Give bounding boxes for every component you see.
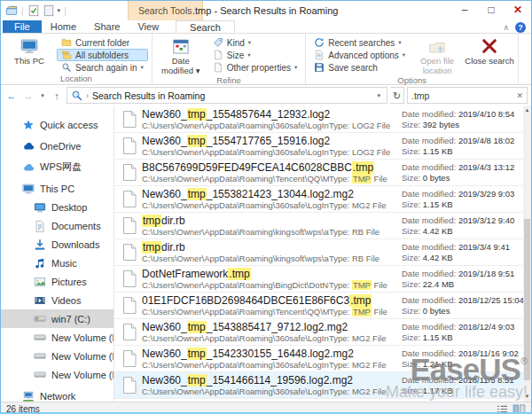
- sidebar-item-this-pc[interactable]: This PC: [1, 179, 113, 198]
- recent-searches-button[interactable]: Recent searches▾: [309, 36, 410, 49]
- qat-customize-icon[interactable]: ▾: [58, 7, 61, 14]
- sidebar-item-drive-e[interactable]: New Volume (E:): [1, 347, 113, 365]
- file-type: Type: TMP File: [329, 174, 387, 184]
- file-path: C:\Users\Owner\AppData\Roaming\BingDict\…: [142, 280, 329, 291]
- file-name: tmpdir.rb: [142, 241, 399, 254]
- file-row[interactable]: tmpdir.rbC:\Users\Owner\AppData\Roaming\…: [114, 213, 523, 239]
- other-properties-button[interactable]: Other properties▾: [208, 61, 302, 74]
- current-folder-button[interactable]: Current folder: [57, 36, 148, 49]
- downloads-icon: [34, 238, 46, 251]
- date-value: 2019/3/12 9:40: [458, 215, 514, 225]
- file-row[interactable]: New360_tmp_1543885417_9712.log2.mg2C:\Us…: [114, 319, 523, 346]
- collapse-ribbon-icon[interactable]: ∧: [503, 23, 509, 32]
- ribbon: This PCCurrent folderAll subfoldersSearc…: [1, 34, 531, 85]
- tab-view[interactable]: View: [129, 20, 168, 33]
- tab-share[interactable]: Share: [85, 20, 129, 33]
- contextual-tab-search-tools[interactable]: Search Tools: [128, 1, 203, 20]
- minimize-button[interactable]: –: [451, 1, 478, 20]
- file-row[interactable]: B8C567699D59FED49FCEA14C6028CBBC.tmpC:\U…: [114, 160, 523, 186]
- sidebar-item-documents[interactable]: Documents: [1, 216, 113, 235]
- scroll-thumb[interactable]: [524, 219, 530, 380]
- ribbon-group-location: This PCCurrent folderAll subfoldersSearc…: [1, 34, 153, 84]
- file-path: C:\Users\Owner\AppData\Roaming\360safe\L…: [142, 147, 329, 158]
- sidebar-item-wps-drive[interactable]: WPS网盘: [1, 158, 113, 176]
- file-icon: [122, 323, 137, 341]
- date-modified-button[interactable]: Date modified ▾: [156, 35, 206, 75]
- breadcrumb[interactable]: › Search Results in Roaming ▾: [66, 87, 387, 104]
- scroll-down-icon[interactable]: ▼: [523, 392, 531, 402]
- file-path: C:\Users\Owner\AppData\Roaming\360safe\L…: [142, 200, 329, 211]
- sidebar-item-onedrive[interactable]: OneDrive: [1, 137, 113, 155]
- open-file-location-button[interactable]: Open file location: [412, 35, 462, 75]
- help-icon[interactable]: ?: [515, 22, 526, 33]
- scrollbar[interactable]: ▲ ▼: [523, 105, 531, 402]
- file-row[interactable]: New360_tmp_1554717765_15916.log2C:\Users…: [114, 133, 523, 160]
- sidebar-item-pictures[interactable]: Pictures: [1, 272, 113, 291]
- close-search-button[interactable]: Close search: [465, 35, 514, 75]
- sidebar-item-quick-access[interactable]: Quick access: [1, 115, 113, 134]
- date-label: Date modified:: [402, 242, 458, 252]
- dropdown-arrow-icon: ▾: [398, 39, 401, 46]
- details-view-icon[interactable]: [496, 404, 509, 414]
- file-path: C:\Users\Owner\AppData\Roaming\Tencent\Q…: [142, 307, 329, 317]
- type-label: Type:: [329, 174, 352, 184]
- tab-search[interactable]: Search: [176, 20, 235, 33]
- file-name: 01E1FDCF16BD2698464DBCE61E86F6C3.tmp: [142, 294, 399, 307]
- sidebar-item-videos[interactable]: Videos: [1, 291, 113, 309]
- clear-search-icon[interactable]: ✕: [513, 91, 523, 100]
- file-icon: [122, 296, 137, 315]
- sidebar-item-drive-c[interactable]: win7 (C:): [1, 309, 113, 328]
- ribbon-group-options: Recent searches▾Advanced options▾Save se…: [306, 34, 519, 84]
- size-label: Size:: [402, 146, 423, 156]
- sidebar-item-desktop[interactable]: Desktop: [1, 198, 113, 216]
- file-row[interactable]: tmpdir.rbC:\Users\Owner\AppData\Roaming\…: [114, 239, 523, 266]
- close-button[interactable]: ✕: [505, 1, 531, 20]
- sidebar-item-network[interactable]: Network: [1, 387, 113, 402]
- qat-properties-icon[interactable]: [27, 4, 40, 17]
- up-icon[interactable]: ↑: [50, 90, 64, 101]
- type-label: Type:: [329, 360, 352, 370]
- scroll-up-icon[interactable]: ▲: [523, 105, 531, 115]
- back-icon[interactable]: ←: [4, 90, 19, 101]
- file-path: C:\Users\Owner\AppData\Roaming\360safe\L…: [142, 360, 329, 371]
- search-highlight: tmp: [142, 215, 161, 227]
- search-again-icon: [61, 62, 72, 73]
- tab-file[interactable]: File: [3, 20, 42, 33]
- maximize-button[interactable]: □: [478, 1, 505, 20]
- breadcrumb-dropdown-icon[interactable]: ▾: [374, 92, 383, 99]
- sidebar-item-music[interactable]: Music: [1, 254, 113, 272]
- sidebar-item-drive-f[interactable]: New Volume (F:): [1, 365, 113, 384]
- file-name: New360_tmp_1541466114_19596.log2.mg2: [142, 374, 399, 387]
- sidebar-item-downloads[interactable]: Downloads: [1, 235, 113, 254]
- file-meta: Date modified: 2018/11/5 8:51Size: 1.17 …: [402, 375, 524, 396]
- save-search-button[interactable]: Save search: [309, 61, 410, 74]
- thumbnails-view-icon[interactable]: [512, 404, 526, 414]
- size-value: 1.15 KB: [423, 199, 453, 209]
- file-row[interactable]: New360_tmp_1553821423_13044.log2.mg2C:\U…: [114, 186, 523, 213]
- history-dropdown-icon[interactable]: ▾: [38, 92, 47, 99]
- size-button[interactable]: Size▾: [208, 49, 302, 61]
- drive-os-icon: [34, 313, 46, 325]
- kind-button[interactable]: Kind▾: [208, 36, 302, 49]
- file-row[interactable]: New360_tmp_1542330155_16448.log2.mg2C:\U…: [114, 346, 523, 372]
- date-label: Date modified:: [402, 348, 458, 358]
- file-row[interactable]: DotNetFramework.tmpC:\Users\Owner\AppDat…: [114, 266, 523, 293]
- qat-newfolder-icon[interactable]: [43, 4, 55, 17]
- file-row[interactable]: New360_tmp_1541466114_19596.log2.mg2C:\U…: [114, 372, 523, 399]
- refresh-icon[interactable]: ↻: [390, 87, 404, 104]
- breadcrumb-location[interactable]: Search Results in Roaming: [92, 90, 371, 101]
- all-subfolders-button[interactable]: All subfolders: [57, 49, 148, 61]
- this-pc-button[interactable]: This PC: [4, 35, 54, 74]
- folder-sub-icon: [61, 50, 72, 60]
- file-icon: [122, 349, 137, 368]
- date-label: Date modified:: [402, 322, 458, 332]
- sidebar-item-drive-d[interactable]: New Volume (D:): [1, 328, 113, 347]
- tab-home[interactable]: Home: [42, 20, 85, 33]
- forward-icon[interactable]: →: [21, 90, 35, 101]
- file-row[interactable]: 01E1FDCF16BD2698464DBCE61E86F6C3.tmpC:\U…: [114, 293, 523, 319]
- search-input[interactable]: [411, 90, 513, 101]
- type-label: Type:: [329, 333, 352, 343]
- file-row[interactable]: New360_tmp_1554857644_12932.log2C:\Users…: [114, 106, 523, 133]
- search-again-button[interactable]: Search again in▾: [57, 61, 148, 74]
- advanced-options-button[interactable]: Advanced options▾: [309, 49, 410, 61]
